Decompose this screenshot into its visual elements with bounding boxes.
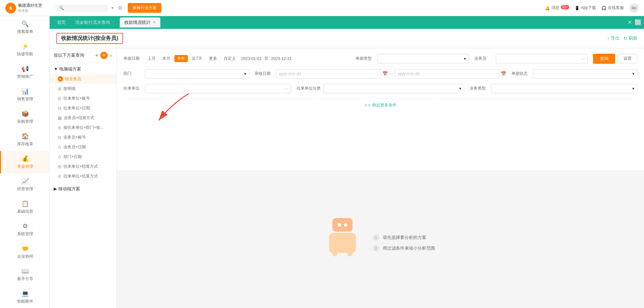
date-tab-last-month[interactable]: 上月 — [145, 55, 158, 62]
sidebar-item-search[interactable]: 🔍 搜索菜单 — [0, 16, 49, 39]
scheme-item-unit-dept-label: 按往来单位+部门+收... — [63, 125, 104, 131]
dropdown-icon[interactable]: ▾ — [111, 5, 114, 10]
collapse-more-btn[interactable]: ∧∧ 收起更多条件 — [123, 99, 637, 111]
calendar-icon-from[interactable]: 📅 — [382, 71, 388, 76]
sidebar-item-inventory[interactable]: 🏠 库存核算 — [0, 129, 49, 151]
online-service[interactable]: 🎧 在线客服 — [601, 5, 624, 11]
scheme-item-salesperson-account[interactable]: ⊟ 业务员+账号 — [50, 133, 116, 142]
robot-foot-right — [347, 251, 353, 256]
settings-button[interactable]: 设置 — [618, 54, 637, 63]
trial-button[interactable]: 体验行业方案 — [128, 3, 161, 13]
collapse-label: 收起更多条件 — [372, 103, 396, 107]
sidebar-item-guide[interactable]: 📖 新手引导 — [0, 263, 49, 286]
salesperson-label: 业务员 — [474, 56, 493, 61]
tab-home[interactable]: 首页 — [52, 17, 70, 28]
tab-receipt-stats[interactable]: 收款情况统计 ✕ — [120, 17, 160, 28]
scheme-item-salesperson[interactable]: ● 按业务员 — [50, 74, 116, 84]
download-icon: 📱 — [575, 6, 580, 10]
filter-item-salesperson: 业务员 ··· — [474, 54, 588, 63]
empty-icon-area: 1 请先选择要分析的方案 2 用过滤条件来缩小分析范围 — [326, 218, 435, 252]
filter-item-counterparty: 往来单位 ··· — [123, 84, 291, 93]
scheme-item-salesperson-payment[interactable]: ▦ 业务员+结算方式 — [50, 113, 116, 123]
sidebar-item-system[interactable]: ⚙ 系统管理 — [0, 218, 49, 241]
sidebar-item-operations[interactable]: 📈 经营管理 — [0, 173, 49, 196]
scheme-collapse-btn[interactable]: « — [110, 53, 112, 58]
scheme-item-unit-account[interactable]: ⊟ 往来单位+账号 — [50, 94, 116, 103]
content-area: 首页 现金银行流水查询 ✕ 收款情况统计 ✕ ✕ ⬜ 收款情况统计(按业务员) — [50, 16, 644, 308]
sidebar-item-marketing[interactable]: 📢 营销推广 — [0, 61, 49, 84]
business-type-label: 业务类型 — [470, 86, 488, 91]
tab-maximize[interactable]: ⬜ — [635, 19, 641, 25]
scheme-add-btn[interactable]: + — [95, 52, 98, 58]
date-tab-this-year[interactable]: 本年 — [174, 55, 188, 62]
date-dash: — — [389, 71, 393, 76]
basic-info-icon: 📋 — [21, 200, 29, 207]
calendar-icon-to[interactable]: 📅 — [501, 71, 506, 76]
scheme-group-mobile-title[interactable]: ▶ 移动端方案 — [50, 184, 116, 194]
review-date-to-input[interactable]: yyyy-mm-dd — [395, 69, 500, 79]
tab-close-all[interactable]: ✕ — [628, 19, 632, 25]
sidebar-item-hardware[interactable]: 💻 智能硬件 — [0, 286, 49, 308]
review-date-from-input[interactable]: yyyy-mm-dd — [276, 69, 381, 79]
dept-select[interactable]: ▾ — [145, 69, 249, 79]
user-avatar[interactable]: Rit — [629, 3, 639, 13]
app-edition: 标准版 — [18, 8, 42, 13]
doc-status-select[interactable]: ▾ — [533, 69, 637, 79]
notifications[interactable]: 🔔 消息 99+ — [545, 5, 569, 11]
scheme-item-unit-date[interactable]: ⊟ 往来单位+日期 — [50, 103, 116, 113]
tab-bank-flow[interactable]: 现金银行流水查询 ✕ — [70, 17, 120, 28]
app-download[interactable]: 📱 App下载 — [575, 5, 596, 11]
date-tab-this-month[interactable]: 本月 — [160, 55, 173, 62]
query-button[interactable]: 查询 — [593, 54, 615, 64]
sidebar-item-sales[interactable]: 📊 销售管理 — [0, 84, 49, 106]
filter-row-1: 单据日期 上月 本月 本年 近7天 更多 自定义 20 — [123, 54, 637, 64]
dept-chevron: ▾ — [244, 71, 246, 76]
chevron-right-icon: ▶ — [54, 186, 57, 191]
counterparty-more-btn[interactable]: ··· — [284, 86, 288, 91]
scheme-item-salesperson-active-icon: ● — [58, 76, 63, 82]
scheme-header: 按以下方案查询 + ⚙ « — [50, 48, 116, 63]
notifications-label: 消息 — [551, 5, 559, 11]
sidebar-item-quicknav[interactable]: ⚡ 快捷导航 — [0, 39, 49, 61]
search-bar[interactable]: 🔍 — [55, 4, 109, 12]
sidebar-item-collab[interactable]: 🤝 企业协同 — [0, 241, 49, 263]
scheme-group-desktop-title[interactable]: ▼ 电脑端方案 — [50, 64, 116, 74]
scheme-item-salesperson-date[interactable]: ⊙ 业务员+日期 — [50, 142, 116, 152]
main-layout: 🔍 搜索菜单 ⚡ 快捷导航 📢 营销推广 📊 销售管理 📦 采购管理 🏠 库存核… — [0, 16, 644, 308]
filter-item-counterparty-class: 往来单位分类 ▾ — [297, 84, 464, 93]
doc-status-chevron: ▾ — [632, 71, 634, 76]
scheme-item-unit-date-label: 往来单位+日期 — [63, 105, 90, 111]
scheme-item-detail[interactable]: ⊞ 按明细 — [50, 84, 116, 94]
date-tab-custom[interactable]: 自定义 — [221, 55, 238, 62]
tab-receipt-stats-close[interactable]: ✕ — [153, 20, 156, 24]
counterparty-class-select[interactable]: ▾ — [323, 84, 464, 93]
scheme-item-unit-payment1[interactable]: ⊞ 往来单位+结算方式 — [50, 162, 116, 171]
scheme-item-unit-dept[interactable]: ⊟ 按往来单位+部门+收... — [50, 123, 116, 133]
scheme-item-dept-date[interactable]: ⊙ 部门+日期 — [50, 152, 116, 162]
sidebar-item-finance[interactable]: 💰 资金管理 — [0, 151, 49, 173]
sidebar-item-purchase[interactable]: 📦 采购管理 — [0, 106, 49, 129]
export-button[interactable]: ↑ 导出 — [607, 35, 620, 41]
sidebar: 🔍 搜索菜单 ⚡ 快捷导航 📢 营销推广 📊 销售管理 📦 采购管理 🏠 库存核… — [0, 16, 50, 308]
sidebar-item-basic-info[interactable]: 📋 基础信息 — [0, 196, 49, 218]
tab-bank-flow-close[interactable]: ✕ — [112, 20, 115, 24]
scheme-panel: 按以下方案查询 + ⚙ « ▼ 电脑端方案 — [50, 48, 117, 308]
collab-icon: 🤝 — [21, 245, 29, 252]
filter-row-3: 往来单位 ··· 往来单位分类 ▾ — [123, 84, 637, 93]
sidebar-label-guide: 新手引导 — [17, 276, 33, 282]
counterparty-class-chevron: ▾ — [459, 86, 461, 91]
business-type-select[interactable]: ▾ — [491, 84, 637, 93]
doc-type-select[interactable]: ▾ — [377, 54, 469, 63]
collapse-chevron-up: ∧∧ — [364, 103, 372, 107]
salesperson-more-btn[interactable]: ··· — [581, 56, 585, 61]
scheme-item-unit-payment2[interactable]: ⊟ 往来单位+结算方式 — [50, 171, 116, 181]
scheme-item-unit-dept-icon: ⊟ — [58, 125, 61, 130]
refresh-button[interactable]: ↻ 刷新 — [624, 35, 637, 41]
date-tab-more[interactable]: 更多 — [206, 55, 220, 62]
review-date-label: 审核日期 — [255, 71, 273, 76]
scheme-settings-btn[interactable]: ⚙ — [100, 52, 108, 59]
scheme-group-desktop-label: 电脑端方案 — [59, 66, 81, 72]
scheme-item-dept-date-label: 部门+日期 — [63, 154, 82, 160]
date-tab-7days[interactable]: 近7天 — [189, 55, 205, 62]
settings-icon[interactable]: ⚙ — [118, 5, 122, 11]
